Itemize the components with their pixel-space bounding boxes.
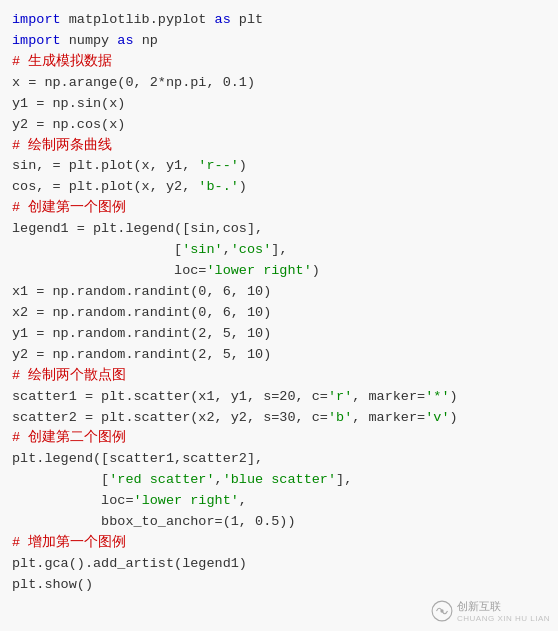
code-line: plt.show() (12, 575, 546, 596)
watermark-text: 创新互联 CHUANG XIN HU LIAN (457, 599, 550, 623)
code-line: x1 = np.random.randint(0, 6, 10) (12, 282, 546, 303)
code-line: # 创建第二个图例 (12, 428, 546, 449)
code-line: ['red scatter','blue scatter'], (12, 470, 546, 491)
code-line: x = np.arange(0, 2*np.pi, 0.1) (12, 73, 546, 94)
code-line: scatter1 = plt.scatter(x1, y1, s=20, c='… (12, 387, 546, 408)
code-line: plt.gca().add_artist(legend1) (12, 554, 546, 575)
code-line: import numpy as np (12, 31, 546, 52)
code-line: scatter2 = plt.scatter(x2, y2, s=30, c='… (12, 408, 546, 429)
code-line: loc='lower right') (12, 261, 546, 282)
code-line: # 创建第一个图例 (12, 198, 546, 219)
code-line: legend1 = plt.legend([sin,cos], (12, 219, 546, 240)
code-line: ['sin','cos'], (12, 240, 546, 261)
code-line: cos, = plt.plot(x, y2, 'b-.') (12, 177, 546, 198)
watermark-logo-icon (431, 600, 453, 622)
watermark: 创新互联 CHUANG XIN HU LIAN (431, 599, 550, 623)
code-block: import matplotlib.pyplot as pltimport nu… (12, 10, 546, 596)
code-line: sin, = plt.plot(x, y1, 'r--') (12, 156, 546, 177)
code-line: # 生成模拟数据 (12, 52, 546, 73)
code-line: plt.legend([scatter1,scatter2], (12, 449, 546, 470)
code-line: x2 = np.random.randint(0, 6, 10) (12, 303, 546, 324)
code-line: # 绘制两个散点图 (12, 366, 546, 387)
code-line: y2 = np.cos(x) (12, 115, 546, 136)
code-line: y2 = np.random.randint(2, 5, 10) (12, 345, 546, 366)
code-line: loc='lower right', (12, 491, 546, 512)
svg-point-1 (440, 609, 443, 612)
code-line: # 增加第一个图例 (12, 533, 546, 554)
code-container: import matplotlib.pyplot as pltimport nu… (0, 0, 558, 631)
code-line: y1 = np.random.randint(2, 5, 10) (12, 324, 546, 345)
code-line: import matplotlib.pyplot as plt (12, 10, 546, 31)
code-line: # 绘制两条曲线 (12, 136, 546, 157)
code-line: y1 = np.sin(x) (12, 94, 546, 115)
code-line: bbox_to_anchor=(1, 0.5)) (12, 512, 546, 533)
